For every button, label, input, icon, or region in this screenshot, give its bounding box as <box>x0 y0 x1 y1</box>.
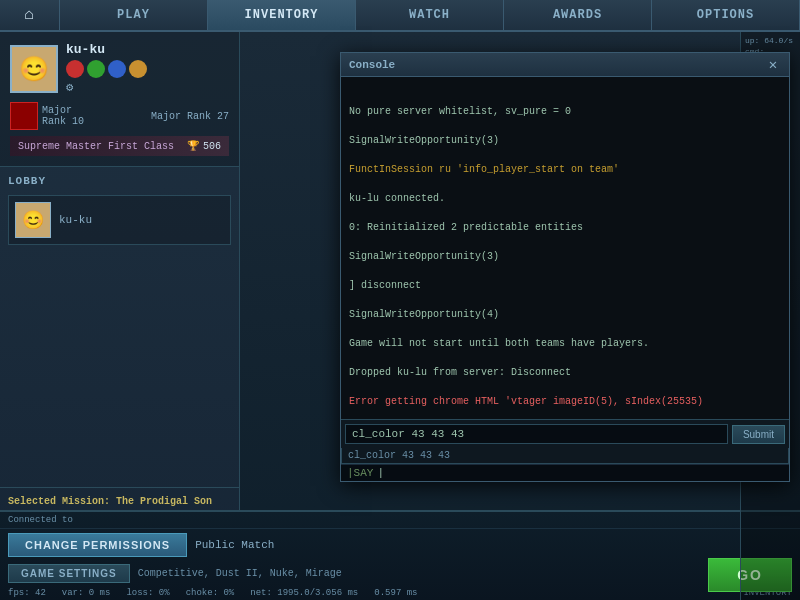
connected-row: Connected to <box>0 512 800 529</box>
rank-num2: Major Rank 27 <box>151 111 229 122</box>
nav-watch[interactable]: WATCH <box>356 0 504 30</box>
nav-inventory[interactable]: INVENTORY <box>208 0 356 30</box>
connected-label: Connected to <box>8 515 73 525</box>
avatar-emoji: 😊 <box>19 55 49 84</box>
avatar: 😊 <box>10 45 58 93</box>
nav-awards-label: AWARDS <box>553 8 602 22</box>
public-match-label: Public Match <box>195 539 274 551</box>
lobby-avatar: 😊 <box>15 202 51 238</box>
badge-3 <box>108 60 126 78</box>
nav-home[interactable]: ⌂ <box>0 0 60 30</box>
bottom-buttons-row: CHANGE PERMISSIONS Public Match <box>0 529 800 561</box>
say-cursor: | <box>377 467 384 479</box>
stat-loss: loss: 0% <box>126 588 169 598</box>
console-submit-button[interactable]: Submit <box>732 425 785 444</box>
nav-awards[interactable]: AWARDS <box>504 0 652 30</box>
lobby-player: 😊 ku-ku <box>8 195 231 245</box>
rank-badge <box>10 102 38 130</box>
top-navigation: ⌂ PLAY INVENTORY WATCH AWARDS OPTIONS <box>0 0 800 32</box>
profile-title: Supreme Master First Class <box>18 141 174 152</box>
nav-play-label: PLAY <box>117 8 150 22</box>
rank-num: Rank 10 <box>42 116 84 127</box>
points-value: 506 <box>203 141 221 152</box>
console-input[interactable] <box>345 424 728 444</box>
profile-badges <box>66 60 229 78</box>
game-settings-row: GAME SETTINGS Competitive, Dust II, Nuke… <box>0 561 800 586</box>
profile-rank-row: Major Rank 10 Major Rank 27 <box>10 102 229 130</box>
trophy-icon: 🏆 <box>187 140 199 152</box>
console-output[interactable]: mp_hostages_max = 2Executing listen serv… <box>341 77 789 419</box>
home-icon: ⌂ <box>24 6 35 24</box>
stat-fps: fps: 42 <box>8 588 46 598</box>
badge-1 <box>66 60 84 78</box>
lobby-header: Lobby <box>8 175 231 187</box>
nav-options-label: OPTIONS <box>697 8 754 22</box>
lobby-player-name: ku-ku <box>59 214 92 226</box>
profile-header: 😊 ku-ku ⚙ <box>10 42 229 96</box>
game-settings-button[interactable]: GAME SETTINGS <box>8 564 130 583</box>
say-label: |SAY <box>347 467 373 479</box>
change-permissions-button[interactable]: CHANGE PERMISSIONS <box>8 533 187 557</box>
console-say-input-row: |SAY | <box>341 464 789 481</box>
profile-section: 😊 ku-ku ⚙ Major <box>0 32 239 167</box>
stat-var2: 0.597 ms <box>374 588 417 598</box>
console-title: Console <box>349 59 395 71</box>
avatar-container: 😊 <box>10 45 58 93</box>
rank-label: Major <box>42 105 84 116</box>
lobby-section: Lobby 😊 ku-ku <box>0 167 239 488</box>
profile-title-bar: Supreme Master First Class 🏆 506 <box>10 136 229 156</box>
stat-up: up: 64.0/s <box>745 36 796 45</box>
nav-inventory-label: INVENTORY <box>245 8 319 22</box>
nav-watch-label: WATCH <box>409 8 450 22</box>
bottom-bar: Connected to CHANGE PERMISSIONS Public M… <box>0 510 800 600</box>
console-input-row: Submit <box>341 419 789 448</box>
nav-play[interactable]: PLAY <box>60 0 208 30</box>
profile-points: 🏆 506 <box>187 140 221 152</box>
console-window: Console ✕ mp_hostages_max = 2Executing l… <box>340 52 790 482</box>
nav-options[interactable]: OPTIONS <box>652 0 800 30</box>
profile-name: ku-ku <box>66 42 229 57</box>
console-titlebar: Console ✕ <box>341 53 789 77</box>
profile-info: ku-ku ⚙ <box>66 42 229 96</box>
main-content: 😊 ku-ku ⚙ Major <box>0 32 800 600</box>
console-close-button[interactable]: ✕ <box>765 57 781 73</box>
badge-2 <box>87 60 105 78</box>
mission-title: Selected Mission: The Prodigal Son <box>8 496 231 507</box>
lobby-avatar-emoji: 😊 <box>22 209 44 231</box>
settings-icon[interactable]: ⚙ <box>66 81 73 95</box>
stat-var: var: 0 ms <box>62 588 111 598</box>
stat-choke: choke: 0% <box>186 588 235 598</box>
console-autocomplete: cl_color 43 43 43 <box>341 448 789 464</box>
stats-row: fps: 42 var: 0 ms loss: 0% choke: 0% net… <box>0 586 800 600</box>
badge-4 <box>129 60 147 78</box>
stat-net: net: 1995.0/3.056 ms <box>250 588 358 598</box>
game-description: Competitive, Dust II, Nuke, Mirage <box>138 568 342 579</box>
